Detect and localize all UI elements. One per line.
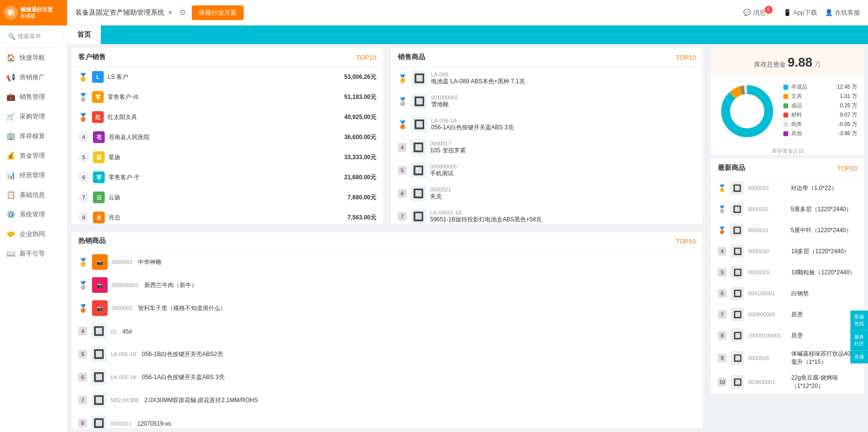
product-image: 🔲 [411,117,427,132]
hot-product-item[interactable]: 4 🔲 01 45# [71,320,703,343]
hot-product-info: 0000011 12070519-xs [111,420,696,427]
hot-product-item[interactable]: 🥈 📷 000500001 新西兰牛肉（新牛） [71,274,703,297]
product-rank-item[interactable]: 🥇 🔲 LA-089 电池盖 LA-089 ABS本色+黑种 7.1克 [391,67,703,90]
legend-value-text: 1.01 万 [840,93,857,100]
bronze-medal-icon: 🥉 [78,304,88,313]
service-label: 在线客服 [835,8,860,17]
product-rank-item[interactable]: 7 🔲 LA-59651-1B 59651-1B旋转投影灯电池盒ABS黑色+58… [391,205,703,224]
rank-number: 4 [78,327,87,336]
customer-rank-item[interactable]: 8 肖 肖总 7,563.00元 [71,208,383,224]
product-rank-item[interactable]: 🥉 🔲 LA-056-1A 056-1A白色按键开关盖ABS 3克 [391,113,703,136]
product-image-placeholder: 🔲 [91,323,107,339]
sidebar-search-area: 🔍 搜索菜单 [0,25,67,48]
hot-product-item[interactable]: 🥉 📷 0000002 智利车子里（规格不知道填什么） [71,297,703,320]
product-rank-item[interactable]: 4 🔲 0000017 10S 变扭罗紧 [391,136,703,159]
app-download-button[interactable]: 📱 App下载 [783,8,817,17]
product-name: 056-1A白色按键开关盖ABS 3克 [431,123,696,132]
new-product-icon: 🔲 [730,223,744,237]
product-rank-header: 销售商品 TOP10 [391,48,703,67]
product-name: 夹克 [430,192,696,201]
customer-rank-list[interactable]: 🥇 L LS 客户 53,006.26元 🥈 零 零售客户-许 51,183.0… [71,67,383,224]
float-community-btn[interactable]: 服务社区 [850,331,868,351]
rank-number: 5 [398,166,407,175]
sidebar-item-system[interactable]: ⚙️ 系统管理 [0,205,67,224]
rank-number: 6 [718,289,727,298]
new-product-name: 原垄 [791,332,857,340]
settings-icon[interactable]: ⚙ [179,8,186,17]
try-plan-button[interactable]: 体验行业方案 [192,5,244,20]
sidebar-item-inventory[interactable]: 🏢 库存核算 [0,126,67,146]
bronze-medal-icon: 🥉 [718,226,726,234]
new-products-header: 最新商品 TOP10 [711,159,864,178]
inventory-panel: 库存总资金 9.88 万 [711,48,864,155]
new-product-item[interactable]: 10 🔲 003800001 22g鱼豆腐-烧烤味（1*12*20） [711,370,864,394]
sidebar-item-basic[interactable]: 📋 基础信息 [0,185,67,205]
product-image: 🔲 [411,140,426,155]
online-service-button[interactable]: 👤 在线客服 [825,8,860,17]
product-image: 🔲 [411,94,427,109]
new-product-icon: 🔲 [730,202,744,216]
message-button[interactable]: 💬 消息 6 [743,8,776,17]
sidebar-item-sales[interactable]: 💼 销售管理 [0,87,67,107]
sidebar-item-operation[interactable]: 📊 经营管理 [0,166,67,185]
message-icon: 💬 [743,9,751,16]
hot-product-name: 2.0X30MM双搓花轴,搓花直径2.1MM/ROHS [144,397,258,404]
product-name: 雪地靴 [431,100,696,109]
new-product-item[interactable]: 🥉 🔲 0000031 5厘中纤（1220*2440） [711,220,864,241]
sidebar-item-marketing[interactable]: 📢 营销推广 [0,68,67,87]
customer-rank-item[interactable]: 🥈 零 零售客户-许 51,183.00元 [71,87,383,107]
sidebar-logo: 畅 畅捷通好生意 标准版 [0,0,67,25]
product-rank-item[interactable]: 6 🔲 0000021 夹克 [391,182,703,205]
hot-product-item[interactable]: 8 🔲 0000011 12070519-xs [71,412,703,428]
customer-rank-item[interactable]: 7 云 云扬 7,680.00元 [71,188,383,208]
new-product-name: 对边带（1.0*22） [791,184,857,192]
hot-product-item[interactable]: 7 🔲 NB2.0X30B 2.0X30MM双搓花轴,搓花直径2.1MM/ROH… [71,389,703,412]
silver-medal-icon: 🥈 [718,205,726,213]
customer-rank-item[interactable]: 5 星 星扬 33,333.00元 [71,147,383,168]
customer-rank-header: 客户销售 TOP10 [71,48,383,67]
customer-value: 36,600.00元 [344,133,376,142]
product-rank-list[interactable]: 🥇 🔲 LA-089 电池盖 LA-089 ABS本色+黑种 7.1克 🥈 🔲 … [391,67,703,224]
search-menu-button[interactable]: 🔍 搜索菜单 [4,29,63,44]
hot-product-code: LA-056-1B [111,351,137,357]
gold-medal-icon: 🥇 [398,74,408,83]
product-info: LA-056-1A 056-1A白色按键开关盖ABS 3克 [431,118,696,132]
legend-color-dot [783,113,788,118]
customer-rank-item[interactable]: 6 零 零售客户-于 21,680.00元 [71,168,383,188]
new-product-item[interactable]: 9 🔲 0000028 体碱嘉枝味苏打饮品400毫升（1*15） [711,346,864,370]
customer-rank-item[interactable]: 🥉 红 红太阳文具 40,925.00元 [71,107,383,127]
hot-product-item[interactable]: 🥇 📷 0000001 中华神雕 [71,251,703,274]
new-product-item[interactable]: 🥈 🔲 0000032 5厘多层（1220*2440） [711,199,864,220]
float-service-btn[interactable]: 客服热线 [850,311,868,331]
tab-home[interactable]: 首页 [68,25,101,44]
sidebar-item-quick-nav[interactable]: 🏠 快捷导航 [0,48,67,68]
new-product-item[interactable]: 4 🔲 0000030 18多层（1220*2440） [711,241,864,262]
legend-value-text: -0.05 万 [838,120,857,128]
sidebar-item-guide[interactable]: 📖 新手引导 [0,244,67,264]
new-product-item[interactable]: 8 🔲 10000100001 原垄 [711,325,864,346]
customer-rank-item[interactable]: 🥇 L LS 客户 53,006.26元 [71,67,383,87]
sidebar-item-purchase[interactable]: 🛒 采购管理 [0,107,67,126]
silver-medal-icon: 🥈 [398,97,408,106]
sidebar-item-finance[interactable]: 💰 资金管理 [0,146,67,166]
new-product-item[interactable]: 🥇 🔲 0000033 对边带（1.0*22） [711,178,864,199]
nav-label-operation: 经营管理 [20,171,45,180]
new-product-item[interactable]: 7 🔲 000800008 原垄 [711,304,864,325]
new-product-item[interactable]: 5 🔲 0000029 18颗粒板（1220*2440） [711,262,864,283]
legend-item: 成品 0.25 万 [783,102,857,109]
hot-product-code: 01 [111,329,116,335]
product-rank-item[interactable]: 5 🔲 000800005 手机测试 [391,159,703,182]
hot-products-panel: 热销商品 TOP10 🥇 📷 0000001 中华神雕 🥈 📷 00050000… [71,232,703,428]
new-product-item[interactable]: 6 🔲 004100001 白钢垫 [711,283,864,304]
product-rank-item[interactable]: 🥈 🔲 001000002 雪地靴 [391,90,703,113]
float-live-btn[interactable]: 直播 [850,351,868,363]
sidebar-item-company[interactable]: 🤝 企业协同 [0,224,67,244]
product-name: 手机测试 [430,169,696,178]
mobile-icon: 📱 [783,9,791,16]
legend-item: 其他 -3.86 万 [783,130,857,137]
nav-label-purchase: 采购管理 [20,112,45,121]
silver-medal-icon: 🥈 [78,93,88,102]
customer-rank-item[interactable]: 4 苍 苍南县人民医院 36,600.00元 [71,127,383,147]
hot-product-item[interactable]: 6 🔲 LA-056-1A 056-1A白色按键开关盖ABS 3壳 [71,366,703,389]
hot-product-item[interactable]: 5 🔲 LA-056-1B 056-1B白色按键开关壳ABS2壳 [71,343,703,366]
